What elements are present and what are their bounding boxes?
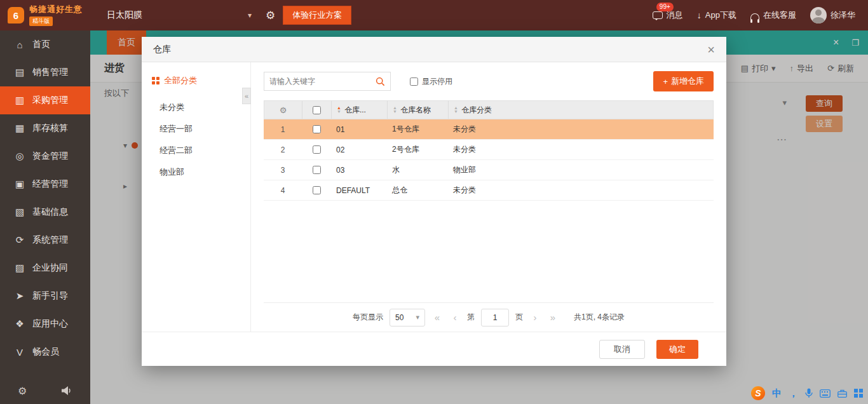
table-row[interactable]: 3 03 水 物业部 [264,160,714,180]
row-checkbox[interactable] [313,186,321,194]
sogou-ime-icon[interactable]: S [751,386,765,400]
sidebar-item-label: 畅会员 [32,346,59,358]
guide-icon: ➤ [14,290,25,302]
column-header-category[interactable]: ▲▼ 仓库分类 [449,101,713,119]
table-row[interactable]: 2 02 2号仓库 未分类 [264,140,714,160]
show-disabled-toggle[interactable]: 显示停用 [410,76,452,87]
logo-title: 畅捷通好生意 [29,5,83,14]
sidebar-item-home[interactable]: ⌂首页 [0,30,90,58]
category-item[interactable]: 经营二部 [142,140,250,161]
column-header-code[interactable]: ▲▼ 仓库... [332,101,388,119]
select-all-header[interactable] [302,101,332,119]
page-prefix: 第 [467,312,475,323]
first-page-icon[interactable]: « [431,312,443,323]
industry-solution-button[interactable]: 体验行业方案 [283,6,351,25]
funds-icon: ◎ [14,151,25,162]
company-select[interactable]: 日太阳膜 ▾ [100,10,258,21]
row-number: 3 [264,166,302,175]
search-input[interactable] [269,77,376,86]
all-categories[interactable]: 全部分类 [142,75,250,86]
chevron-down-icon: ▾ [248,11,252,20]
sidebar-item-label: 库存核算 [32,123,68,134]
sidebar-item-collaboration[interactable]: ▨企业协同 [0,254,90,282]
row-checkbox[interactable] [313,145,321,154]
row-checkbox[interactable] [313,125,321,133]
next-page-icon[interactable]: › [529,312,541,323]
settings-gear-icon[interactable]: ⚙ [266,9,275,22]
warehouse-name: 1号仓库 [387,124,448,135]
category-item[interactable]: 经营一部 [142,118,250,140]
gear-icon[interactable]: ⚙ [18,385,27,397]
sidebar-item-funds[interactable]: ◎资金管理 [0,142,90,170]
table-row[interactable]: 1 01 1号仓库 未分类 [264,119,714,140]
app-download-button[interactable]: ↓ App下载 [697,10,736,21]
modal-title: 仓库 [153,44,171,55]
sidebar-item-inventory[interactable]: ▦库存核算 [0,114,90,142]
sidebar-item-purchase[interactable]: ▥采购管理 [0,86,90,114]
microphone-icon[interactable] [805,388,813,398]
inventory-icon: ▦ [14,123,25,134]
keyboard-icon[interactable] [820,389,831,398]
app-logo[interactable]: 6 畅捷通好生意 精斗版 [0,0,100,30]
sidebar-item-operations[interactable]: ▣经营管理 [0,170,90,198]
warehouse-code: 03 [331,166,387,175]
user-menu[interactable]: 徐泽华 [810,7,855,24]
chat-bubble-icon [653,11,663,19]
avatar [810,7,827,24]
ime-punctuation-icon[interactable]: ， [789,387,798,400]
add-warehouse-button[interactable]: + 新增仓库 [653,71,714,91]
row-number: 2 [264,145,302,154]
sidebar-item-system[interactable]: ⟳系统管理 [0,226,90,254]
show-disabled-checkbox[interactable] [410,77,418,86]
column-header-name[interactable]: ▲▼ 仓库名称 [388,101,449,119]
sidebar-item-sales[interactable]: ▤销售管理 [0,58,90,86]
table-header: ⚙ ▲▼ 仓库... ▲▼ 仓库名称 ▲▼ 仓库分类 [264,100,714,119]
page-number-input[interactable] [481,309,509,327]
sidebar-item-label: 企业协同 [32,262,68,274]
modal-header: 仓库 × [142,37,726,62]
sidebar-item-membership[interactable]: V畅会员 [0,338,90,366]
grid-menu-icon[interactable] [854,389,863,398]
cancel-button[interactable]: 取消 [599,340,645,359]
toolbox-icon[interactable] [837,389,847,398]
confirm-button[interactable]: 确定 [656,340,698,359]
category-panel: 全部分类 未分类 经营一部 经营二部 物业部 « [142,62,251,332]
warehouse-name: 总仓 [387,185,448,196]
collapse-panel-icon[interactable]: « [242,88,251,104]
ime-language-icon[interactable]: 中 [772,387,782,400]
select-all-checkbox[interactable] [313,106,321,114]
table-row[interactable]: 4 DEFAULT 总仓 未分类 [264,180,714,201]
home-icon: ⌂ [14,39,25,50]
messages-button[interactable]: 99+ 消息 [653,10,683,21]
row-checkbox[interactable] [313,166,321,174]
category-item[interactable]: 未分类 [142,97,250,118]
sidebar-item-guide[interactable]: ➤新手引导 [0,282,90,310]
warehouse-modal: 仓库 × 全部分类 未分类 经营一部 经营二部 物业部 « [142,37,726,366]
pagination-summary: 共1页, 4条记录 [574,312,625,323]
headset-icon [750,13,759,20]
per-page-select[interactable]: 50 ▾ [390,309,425,327]
online-service-button[interactable]: 在线客服 [750,10,796,21]
search-icon[interactable] [376,77,385,86]
row-number: 4 [264,186,302,195]
sort-icons: ▲▼ [337,106,341,114]
modal-footer: 取消 确定 [142,332,726,366]
sidebar-item-label: 新手引导 [32,290,68,302]
sidebar-item-basic-info[interactable]: ▧基础信息 [0,198,90,226]
app-download-label: App下载 [705,10,736,21]
prev-page-icon[interactable]: ‹ [449,312,461,323]
sort-icons: ▲▼ [454,106,458,114]
column-settings-header[interactable]: ⚙ [264,101,302,119]
last-page-icon[interactable]: » [547,312,559,323]
announcement-icon[interactable] [62,386,72,395]
username: 徐泽华 [831,10,855,21]
sidebar-item-label: 资金管理 [32,151,68,162]
close-icon[interactable]: × [707,43,715,56]
row-number: 1 [264,125,302,134]
sidebar-item-app-center[interactable]: ❖应用中心 [0,310,90,338]
category-item[interactable]: 物业部 [142,161,250,183]
warehouse-name: 2号仓库 [387,144,448,155]
plus-icon: + [663,77,668,86]
warehouse-category: 物业部 [448,165,714,175]
sidebar-item-label: 基础信息 [32,206,68,218]
